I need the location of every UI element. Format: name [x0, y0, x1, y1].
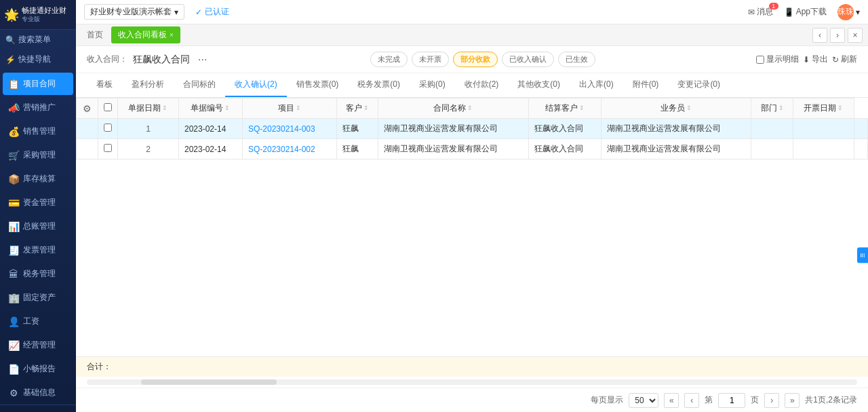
status-active-button[interactable]: 已生效 [558, 52, 595, 67]
cell-contract-name-1: 狂飙收入合同 [528, 139, 601, 160]
refresh-icon: ↻ [832, 55, 839, 64]
sidebar-item-purchase[interactable]: 🛒 采购管理 [3, 144, 73, 166]
cell-salesperson-0 [751, 119, 793, 139]
sidebar-item-marketing[interactable]: 📣 营销推广 [3, 96, 73, 119]
th-department-sort[interactable]: 部门 ⇕ [761, 102, 784, 114]
sidebar-item-ops[interactable]: 📈 经营管理 [3, 334, 73, 356]
hr-icon: 👤 [8, 316, 19, 327]
sidebar-item-funds[interactable]: 💳 资金管理 [3, 191, 73, 214]
message-button[interactable]: ✉ 消息 1 [748, 6, 773, 18]
tab-home[interactable]: 首页 [81, 26, 108, 43]
pagination-first-button[interactable]: « [664, 393, 679, 408]
sidebar-item-invoice-mgmt[interactable]: 🧾 发票管理 [3, 239, 73, 261]
select-all-checkbox[interactable] [104, 103, 112, 111]
row-checkbox-1[interactable] [104, 144, 112, 152]
pagination-next-button[interactable]: › [764, 393, 779, 408]
user-menu[interactable]: 珠珠 ▾ [837, 4, 860, 20]
th-project-sort[interactable]: 项目 ⇕ [278, 102, 301, 114]
tab-other-income[interactable]: 其他收支(0) [508, 73, 570, 97]
tab-purchase[interactable]: 采购(0) [410, 73, 455, 97]
tab-change-log[interactable]: 变更记录(0) [668, 73, 730, 97]
tab-next-button[interactable]: › [830, 28, 845, 43]
more-options-button[interactable]: ··· [195, 54, 210, 66]
record-link-1[interactable]: SQ-20230214-002 [248, 145, 315, 154]
status-uninvoiced-button[interactable]: 未开票 [412, 52, 449, 67]
tab-stock-out[interactable]: 出入库(0) [570, 73, 623, 97]
sidebar-item-hr[interactable]: 👤 工资 [3, 310, 73, 333]
status-uncomplete-button[interactable]: 未完成 [370, 52, 408, 67]
total-info: 共1页,2条记录 [805, 394, 857, 406]
table-row[interactable]: 1 2023-02-14 SQ-20230214-003 狂飙 湖南卫视商业运营… [77, 119, 868, 139]
tax-icon: 🏛 [8, 269, 19, 280]
sidebar-item-sales[interactable]: 💰 销售管理 [3, 120, 73, 143]
per-page-select[interactable]: 50 [629, 393, 658, 408]
right-panel-toggle[interactable]: ≡ [857, 247, 868, 263]
th-invoice-date-sort[interactable]: 开票日期 ⇕ [804, 102, 843, 114]
ops-icon: 📈 [8, 340, 19, 351]
sidebar-item-fixed-assets[interactable]: 🏢 固定资产 [3, 286, 73, 309]
sidebar-item-project[interactable]: 📋 项目合同 [3, 73, 73, 95]
sidebar-item-inventory[interactable]: 📦 库存核算 [3, 168, 73, 190]
sidebar-item-label-project: 项目合同 [23, 78, 56, 90]
show-detail-toggle[interactable]: 显示明细 [756, 54, 799, 65]
tab-profit[interactable]: 盈利分析 [122, 73, 174, 97]
tab-contract-std[interactable]: 合同标的 [174, 73, 225, 97]
horizontal-scrollbar[interactable] [87, 379, 857, 385]
tab-payment[interactable]: 收付款(2) [455, 73, 509, 97]
verified-label: 已认证 [205, 6, 229, 18]
cell-check[interactable] [98, 139, 118, 160]
tab-tax-invoice[interactable]: 税务发票(0) [348, 73, 410, 97]
th-billing-customer: 结算客户 ⇕ [528, 98, 601, 119]
company-selector[interactable]: 好业财专业版演示帐套 ▾ [84, 4, 184, 20]
cell-check[interactable] [98, 119, 118, 139]
sidebar-item-tax[interactable]: 🏛 税务管理 [3, 263, 73, 285]
sidebar-cancel-pin[interactable]: 📌 取消固定 [0, 405, 76, 412]
cell-project-1: 狂飙 [336, 139, 378, 160]
logo-title: 畅捷通好业财 [22, 5, 66, 15]
sidebar-item-label-report: 小畅报告 [23, 363, 56, 375]
show-detail-checkbox[interactable] [756, 56, 764, 64]
app-download-button[interactable]: 📱 App下载 [784, 6, 827, 18]
th-salesperson-sort[interactable]: 业务员 ⇕ [660, 102, 692, 114]
th-billing-customer-sort[interactable]: 结算客户 ⇕ [545, 102, 585, 114]
th-customer-sort[interactable]: 客户 ⇕ [346, 102, 369, 114]
sidebar-item-report[interactable]: 📄 小畅报告 [3, 358, 73, 380]
record-link-0[interactable]: SQ-20230214-003 [248, 124, 315, 134]
tab-attachments[interactable]: 附件(0) [623, 73, 669, 97]
tab-close-window-button[interactable]: × [848, 28, 863, 43]
cell-number-0[interactable]: SQ-20230214-003 [242, 119, 336, 139]
table-row[interactable]: 2 2023-02-14 SQ-20230214-002 狂飙 湖南卫视商业运营… [77, 139, 868, 160]
tab-sales-invoice[interactable]: 销售发票(0) [287, 73, 349, 97]
tab-contract-board[interactable]: 收入合同看板 × [111, 26, 180, 43]
status-confirmed-button[interactable]: 已收入确认 [502, 52, 554, 67]
th-number-sort[interactable]: 单据编号 ⇕ [191, 102, 230, 114]
sort-icon-number: ⇕ [224, 105, 230, 111]
page-number-input[interactable] [718, 393, 745, 408]
pagination-prev-button[interactable]: ‹ [684, 393, 699, 408]
cell-number-1[interactable]: SQ-20230214-002 [242, 139, 336, 160]
cell-settings [77, 119, 98, 139]
sidebar-item-label-tax: 税务管理 [23, 268, 56, 280]
sidebar-item-general[interactable]: 📊 总账管理 [3, 215, 73, 238]
th-date-sort[interactable]: 单据日期 ⇕ [128, 102, 167, 114]
cell-settings [77, 139, 98, 160]
sidebar-item-base[interactable]: ⚙ 基础信息 [3, 381, 73, 404]
status-partial-button[interactable]: 部分收款 [453, 52, 498, 67]
settings-icon[interactable]: ⚙ [83, 103, 92, 114]
sidebar-item-quicknav[interactable]: ⚡ 快捷导航 [0, 50, 76, 69]
pagination-last-button[interactable]: » [785, 393, 800, 408]
scroll-thumb[interactable] [141, 379, 277, 385]
tab-income-confirm[interactable]: 收入确认(2) [225, 73, 287, 97]
th-contract-name-sort[interactable]: 合同名称 ⇕ [433, 102, 473, 114]
message-icon: ✉ [748, 7, 755, 17]
refresh-button[interactable]: ↻ 刷新 [832, 54, 857, 65]
tab-kanban[interactable]: 看板 [87, 73, 122, 97]
sidebar-item-search[interactable]: 🔍 搜索菜单 [0, 30, 76, 50]
verified-badge: ✓ 已认证 [195, 6, 229, 18]
tab-close-icon[interactable]: × [170, 31, 174, 39]
row-checkbox-0[interactable] [104, 124, 112, 132]
export-button[interactable]: ⬇ 导出 [803, 54, 828, 65]
tab-prev-button[interactable]: ‹ [812, 28, 827, 43]
tabbar-controls: ‹ › × [812, 28, 863, 43]
company-name: 好业财专业版演示帐套 [90, 6, 172, 18]
